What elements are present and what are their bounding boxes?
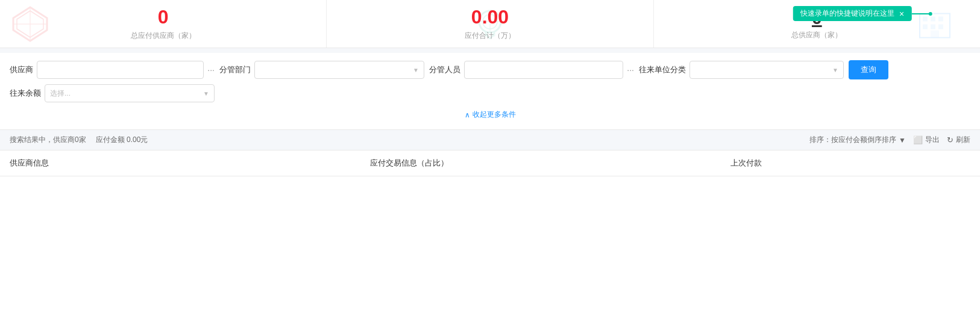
sort-label: 排序：按应付会额倒序排序: [809, 135, 896, 145]
export-button[interactable]: ⬜ 导出: [913, 135, 940, 145]
svg-rect-12: [931, 16, 935, 21]
svg-rect-16: [938, 24, 943, 29]
tooltip-close-btn[interactable]: ×: [899, 10, 904, 18]
svg-rect-17: [931, 30, 939, 37]
person-input[interactable]: [464, 61, 623, 79]
col-supplier-header: 供应商信息: [10, 158, 370, 169]
refresh-icon: ↻: [947, 135, 953, 144]
results-actions: 排序：按应付会额倒序排序 ▼ ⬜ 导出 ↻ 刷新: [809, 135, 970, 145]
stat-payable-label: 总应付供应商（家）: [131, 31, 196, 41]
filter-dept: 分管部门 ▼: [219, 61, 424, 79]
svg-rect-13: [938, 16, 943, 21]
stat-all-suppliers: 快速录单的快捷键说明在这里 × 0 总供应商（家）: [654, 0, 980, 48]
results-amount: 应付金额 0.00元: [96, 135, 148, 145]
balance-label: 往来余额: [10, 88, 41, 99]
collapse-row: ∧ 收起更多条件: [10, 107, 970, 125]
collapse-up-icon: ∧: [465, 111, 470, 119]
results-suppliers: 搜索结果中，供应商0家: [10, 135, 86, 145]
stat-total-amount: 0.00 应付合计（万）: [327, 0, 653, 48]
filter-supplier: 供应商 ···: [10, 61, 215, 79]
balance-select[interactable]: 选择... ▼: [45, 84, 215, 102]
person-dots[interactable]: ···: [627, 65, 634, 75]
stats-row: 0 总应付供应商（家） 0.00 应付合计（万）: [0, 0, 980, 48]
stat-amount-label: 应付合计（万）: [465, 31, 515, 41]
svg-rect-11: [923, 16, 928, 21]
supplier-input[interactable]: [37, 61, 204, 79]
collapse-label: 收起更多条件: [473, 110, 516, 120]
stat-payable-content: 0 总应付供应商（家）: [131, 7, 196, 40]
search-button[interactable]: 查询: [849, 60, 888, 79]
category-arrow-icon: ▼: [832, 67, 838, 73]
person-label: 分管人员: [429, 64, 460, 75]
sort-arrow-icon: ▼: [899, 136, 906, 144]
stat-amount-number: 0.00: [471, 7, 509, 28]
filter-section: 供应商 ··· 分管部门 ▼ 分管人员 ··· 往来单位分类 ▼ 查询: [0, 53, 980, 130]
refresh-button[interactable]: ↻ 刷新: [947, 135, 970, 145]
col-transaction-header: 应付交易信息（占比）: [370, 158, 730, 169]
supplier-dots[interactable]: ···: [207, 65, 215, 75]
filter-balance: 往来余额 选择... ▼: [10, 84, 215, 102]
svg-rect-15: [931, 24, 935, 29]
building-icon: [914, 7, 956, 40]
tooltip-text: 快速录单的快捷键说明在这里: [800, 8, 894, 19]
dept-label: 分管部门: [219, 64, 251, 75]
balance-placeholder: 选择...: [50, 88, 71, 99]
filter-row-1: 供应商 ··· 分管部门 ▼ 分管人员 ··· 往来单位分类 ▼ 查询: [10, 60, 970, 79]
export-label: 导出: [925, 135, 940, 145]
svg-rect-14: [923, 24, 928, 29]
tooltip-dot: [927, 11, 933, 17]
filter-person: 分管人员 ···: [429, 61, 634, 79]
shortcut-tooltip: 快速录单的快捷键说明在这里 ×: [793, 6, 911, 21]
diamond-icon: [12, 6, 48, 42]
results-summary: 搜索结果中，供应商0家 应付金额 0.00元: [10, 135, 148, 145]
col-lastpay-header: 上次付款: [730, 158, 971, 169]
table-header: 供应商信息 应付交易信息（占比） 上次付款: [0, 150, 980, 176]
table-section: 供应商信息 应付交易信息（占比） 上次付款: [0, 150, 980, 310]
supplier-label: 供应商: [10, 64, 33, 75]
refresh-label: 刷新: [956, 135, 970, 145]
category-label: 往来单位分类: [639, 64, 686, 75]
results-bar: 搜索结果中，供应商0家 应付金额 0.00元 排序：按应付会额倒序排序 ▼ ⬜ …: [0, 130, 980, 150]
category-select[interactable]: ▼: [689, 61, 844, 79]
filter-row-2: 往来余额 选择... ▼: [10, 84, 970, 102]
dept-select[interactable]: ▼: [254, 61, 424, 79]
export-icon: ⬜: [913, 135, 923, 144]
filter-category: 往来单位分类 ▼: [639, 61, 844, 79]
collapse-button[interactable]: ∧ 收起更多条件: [465, 110, 516, 120]
sort-button[interactable]: 排序：按应付会额倒序排序 ▼: [809, 135, 906, 145]
balance-arrow-icon: ▼: [203, 90, 209, 97]
stat-payable-number: 0: [158, 7, 169, 28]
dept-arrow-icon: ▼: [413, 67, 419, 73]
table-body: [0, 176, 980, 310]
stat-all-label: 总供应商（家）: [791, 30, 842, 40]
stat-amount-content: 0.00 应付合计（万）: [465, 7, 515, 40]
stat-total-payable-suppliers: 0 总应付供应商（家）: [0, 0, 327, 48]
